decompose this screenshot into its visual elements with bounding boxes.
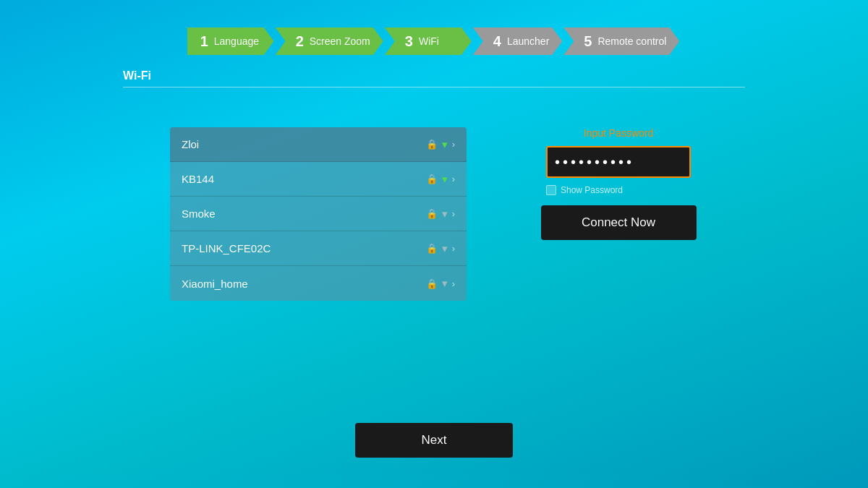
step-2-num: 2 [296, 33, 304, 50]
password-label: Input Password [584, 127, 654, 139]
wifi-icons-0: 🔒 ▾ › [426, 138, 455, 151]
step-5-num: 5 [584, 33, 592, 50]
step-3[interactable]: 3 WiFi [385, 27, 472, 55]
chevron-icon-1: › [452, 174, 455, 184]
show-password-checkbox[interactable] [546, 185, 556, 195]
step-5[interactable]: 5 Remote control [563, 27, 679, 55]
wifi-item-0[interactable]: Zloi 🔒 ▾ › [170, 127, 467, 162]
wifi-item-1[interactable]: KB144 🔒 ▾ › [170, 162, 467, 197]
main-content: Zloi 🔒 ▾ › KB144 🔒 ▾ › Smoke 🔒 [0, 127, 868, 301]
step-3-num: 3 [405, 33, 413, 50]
wifi-name-1: KB144 [182, 173, 214, 185]
wifi-list: Zloi 🔒 ▾ › KB144 🔒 ▾ › Smoke 🔒 [170, 127, 467, 301]
lock-icon-1: 🔒 [426, 174, 438, 184]
lock-icon-2: 🔒 [426, 208, 438, 219]
wifi-icons-1: 🔒 ▾ › [426, 173, 455, 186]
wifi-signal-icon-3: ▾ [442, 242, 448, 255]
step-4[interactable]: 4 Launcher [473, 27, 563, 55]
password-panel: Input Password Show Password Connect Now [539, 127, 698, 240]
wifi-name-2: Smoke [182, 207, 216, 220]
show-password-row: Show Password [546, 185, 623, 195]
chevron-icon-4: › [452, 278, 455, 289]
wifi-item-3[interactable]: TP-LINK_CFE02C 🔒 ▾ › [170, 231, 467, 266]
step-5-label: Remote control [597, 35, 666, 47]
wifi-item-2[interactable]: Smoke 🔒 ▾ › [170, 197, 467, 231]
password-input-wrapper[interactable] [546, 146, 691, 178]
wifi-signal-icon-2: ▾ [442, 207, 448, 221]
chevron-icon-0: › [452, 139, 455, 150]
step-2[interactable]: 2 Screen Zoom [276, 27, 383, 55]
step-2-label: Screen Zoom [310, 35, 370, 47]
wifi-name-4: Xiaomi_home [182, 278, 248, 290]
wifi-title-section: Wi-Fi [123, 69, 745, 87]
wifi-signal-icon-4: ▾ [442, 277, 448, 290]
step-4-num: 4 [493, 33, 501, 50]
next-button[interactable]: Next [355, 423, 513, 458]
wifi-icons-2: 🔒 ▾ › [426, 207, 455, 221]
password-input[interactable] [555, 154, 682, 171]
step-1-num: 1 [200, 33, 208, 50]
step-4-label: Launcher [507, 35, 549, 47]
stepper: 1 Language 2 Screen Zoom 3 WiFi 4 Launch… [187, 27, 681, 55]
wifi-name-0: Zloi [182, 138, 199, 150]
wifi-icons-3: 🔒 ▾ › [426, 242, 455, 255]
page-container: 1 Language 2 Screen Zoom 3 WiFi 4 Launch… [0, 0, 868, 488]
lock-icon-3: 🔒 [426, 243, 438, 254]
chevron-icon-3: › [452, 243, 455, 254]
step-1-label: Language [214, 35, 259, 47]
wifi-item-4[interactable]: Xiaomi_home 🔒 ▾ › [170, 266, 467, 301]
wifi-signal-icon-1: ▾ [442, 173, 448, 186]
lock-icon-0: 🔒 [426, 139, 438, 150]
wifi-title: Wi-Fi [123, 69, 745, 87]
step-1[interactable]: 1 Language [187, 27, 274, 55]
show-password-text: Show Password [561, 185, 623, 195]
connect-now-button[interactable]: Connect Now [541, 205, 697, 240]
wifi-signal-icon-0: ▾ [442, 138, 448, 151]
wifi-icons-4: 🔒 ▾ › [426, 277, 455, 290]
wifi-name-3: TP-LINK_CFE02C [182, 242, 271, 254]
step-3-label: WiFi [419, 35, 439, 47]
chevron-icon-2: › [452, 208, 455, 219]
next-button-wrapper: Next [355, 423, 513, 458]
lock-icon-4: 🔒 [426, 278, 438, 289]
